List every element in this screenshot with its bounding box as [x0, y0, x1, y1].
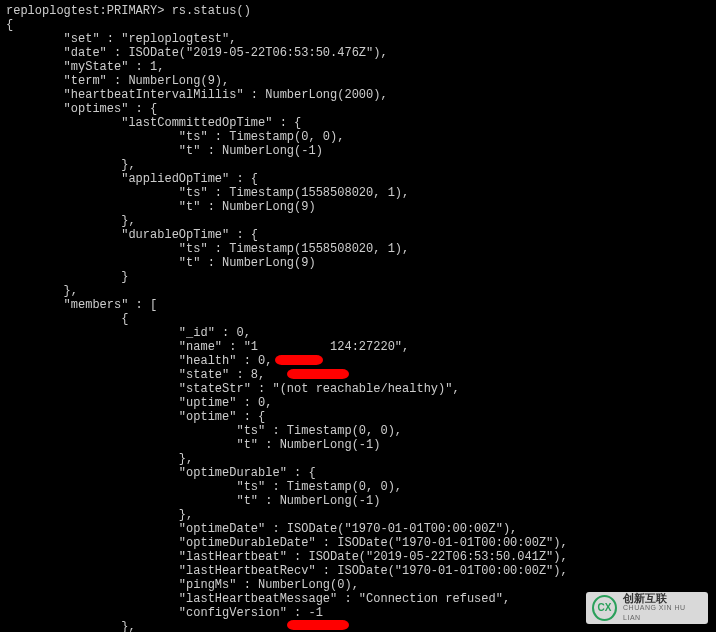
- redaction-bar: [275, 355, 323, 365]
- redaction-bar: [287, 369, 349, 379]
- watermark-sub: CHUANG XIN HU LIAN: [623, 603, 702, 623]
- watermark-badge: CX 创新互联 CHUANG XIN HU LIAN: [586, 592, 708, 624]
- watermark-brand: 创新互联: [623, 593, 702, 603]
- redaction-bar: [287, 620, 349, 630]
- terminal-output: reploplogtest:PRIMARY> rs.status() { "se…: [0, 0, 716, 632]
- watermark-logo-icon: CX: [592, 595, 617, 621]
